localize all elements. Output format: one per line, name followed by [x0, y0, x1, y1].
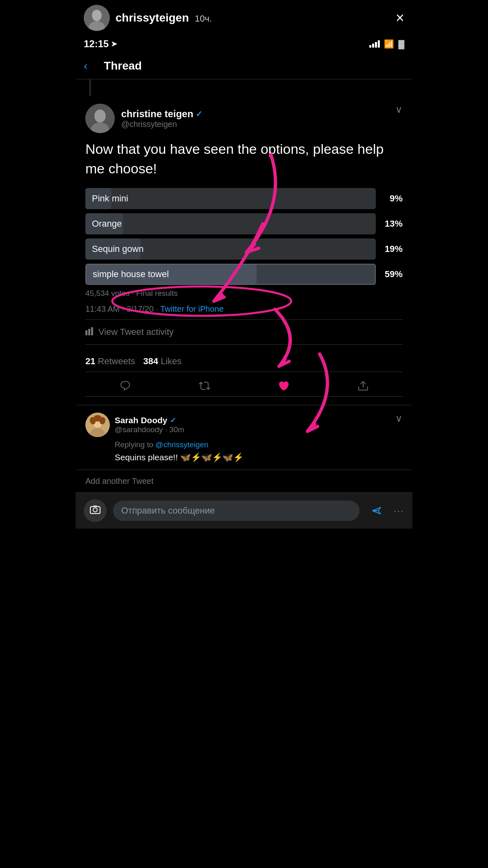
location-arrow-icon: ➤ [111, 39, 117, 48]
poll-option-bar-1: Pink mini [85, 188, 376, 209]
svg-point-1 [92, 10, 102, 21]
poll-container: Pink mini 9% Orange 13% Sequin gown 19% … [85, 188, 403, 298]
poll-option-bar-4: simple house towel [85, 264, 376, 285]
svg-point-5 [94, 109, 106, 122]
thread-title: Thread [104, 59, 142, 72]
message-input[interactable]: Отправить сообщение [113, 501, 359, 521]
story-username: chrissyteigen [115, 11, 189, 24]
battery-icon: ▓ [398, 39, 404, 49]
reply-text: Sequins please!! 🦋⚡🦋⚡🦋⚡ [85, 453, 403, 462]
signal-bars-icon [369, 40, 380, 48]
tweet-name-block: christine teigen ✓ @chrissyteigen [121, 108, 203, 129]
retweet-button[interactable] [199, 380, 210, 391]
poll-option-label-4: simple house towel [93, 269, 169, 280]
poll-option-label-1: Pink mini [92, 193, 128, 204]
reply-verified-icon: ✓ [170, 416, 176, 425]
tweet-avatar[interactable] [85, 104, 115, 133]
reply-header: Sarah Doody ✓ @sarahdoody · 30m ∨ [85, 413, 403, 437]
svg-point-15 [94, 415, 102, 422]
svg-rect-8 [88, 329, 90, 335]
likes-count[interactable]: 384 Likes [143, 356, 181, 367]
tweet-actions [85, 375, 403, 397]
add-tweet-container: Add another Tweet [76, 470, 412, 493]
story-info: chrissyteigen 10ч. [115, 11, 212, 24]
status-icons: 📶 ▓ [369, 39, 404, 49]
like-button[interactable] [278, 380, 290, 391]
tweet-header: christine teigen ✓ @chrissyteigen ∨ [85, 104, 403, 133]
reply-author: Sarah Doody ✓ @sarahdoody · 30m [85, 413, 184, 437]
status-bar: 12:15 ➤ 📶 ▓ [76, 36, 412, 53]
reply-avatar[interactable] [85, 413, 110, 437]
verified-badge-icon: ✓ [196, 109, 203, 119]
story-avatar[interactable] [84, 5, 110, 31]
tweet-avatar-image [85, 104, 115, 133]
svg-point-17 [93, 508, 97, 512]
reply-to-label: Replying to @chrissyteigen [85, 440, 403, 449]
camera-button[interactable] [84, 499, 107, 522]
share-button[interactable] [357, 380, 369, 391]
status-time: 12:15 ➤ [84, 38, 117, 50]
poll-option-pct-1: 9% [382, 193, 403, 204]
reply-avatar-image [85, 413, 110, 437]
poll-option-bar-2: Orange [85, 213, 376, 234]
activity-chart-icon [85, 326, 94, 338]
tweet-author: christine teigen ✓ @chrissyteigen [85, 104, 203, 133]
reply-chevron-icon[interactable]: ∨ [395, 413, 403, 424]
reply-container: Sarah Doody ✓ @sarahdoody · 30m ∨ Replyi… [76, 405, 412, 470]
reply-handle-time: @sarahdoody · 30m [115, 425, 184, 434]
reply-to-handle[interactable]: @chrissyteigen [155, 440, 208, 449]
poll-option-bar-3: Sequin gown [85, 238, 376, 260]
tweet-container: christine teigen ✓ @chrissyteigen ∨ Now … [76, 96, 412, 405]
tweet-stats: 21 Retweets 384 Likes [85, 351, 403, 372]
story-avatar-img [84, 5, 110, 31]
tweet-handle: @chrissyteigen [121, 120, 203, 129]
poll-option-4: simple house towel 59% [85, 264, 403, 285]
close-button[interactable]: × [396, 11, 404, 25]
tweet-text: Now that you have seen the options, plea… [85, 140, 403, 178]
view-tweet-activity[interactable]: View Tweet activity [85, 319, 403, 345]
poll-meta: 45,534 votes · Final results [85, 289, 403, 298]
story-header: chrissyteigen 10ч. × [76, 0, 412, 36]
thread-nav: ‹ Thread [76, 53, 412, 79]
send-button[interactable] [366, 500, 387, 521]
svg-rect-18 [93, 505, 97, 507]
wifi-icon: 📶 [384, 39, 394, 49]
story-time: 10ч. [195, 13, 212, 24]
tweet-timestamp: 11:43 AM · 3/17/20 · Twitter for iPhone [85, 304, 403, 314]
reply-button[interactable] [120, 380, 131, 391]
poll-option-3: Sequin gown 19% [85, 238, 403, 260]
tweet-display-name: christine teigen ✓ [121, 108, 203, 120]
poll-option-pct-4: 59% [382, 269, 403, 280]
chevron-down-icon[interactable]: ∨ [395, 104, 403, 115]
svg-rect-7 [85, 330, 87, 335]
more-button[interactable]: ··· [394, 505, 404, 516]
twitter-source-link[interactable]: Twitter for iPhone [160, 304, 224, 313]
poll-option-label-3: Sequin gown [92, 244, 144, 254]
add-tweet-label: Add another Tweet [85, 477, 154, 485]
poll-option-2: Orange 13% [85, 213, 403, 234]
camera-icon [89, 504, 101, 518]
reply-name-block: Sarah Doody ✓ @sarahdoody · 30m [115, 415, 184, 434]
poll-option-pct-3: 19% [382, 244, 403, 254]
svg-rect-9 [91, 327, 93, 335]
poll-option-pct-2: 13% [382, 219, 403, 229]
message-placeholder: Отправить сообщение [121, 505, 215, 516]
activity-text: View Tweet activity [98, 327, 174, 337]
reply-display-name: Sarah Doody ✓ [115, 415, 184, 425]
retweet-count[interactable]: 21 Retweets [85, 356, 135, 367]
poll-option-label-2: Orange [92, 219, 122, 229]
back-button[interactable]: ‹ [84, 59, 87, 72]
poll-option-1: Pink mini 9% [85, 188, 403, 209]
bottom-bar: Отправить сообщение ··· [76, 493, 412, 529]
thread-connector-line [89, 79, 91, 96]
story-header-left: chrissyteigen 10ч. [84, 5, 212, 31]
